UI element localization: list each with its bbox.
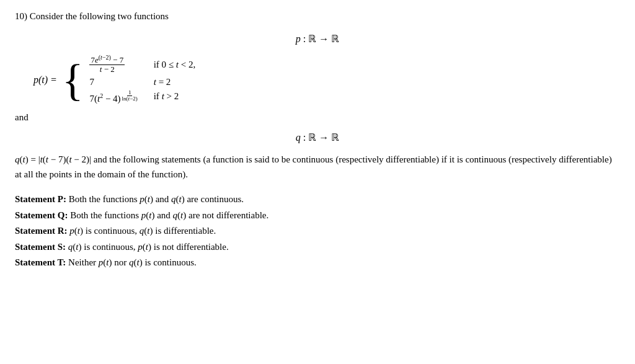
case-cond-2: t = 2 bbox=[154, 77, 196, 87]
statement-q-text: Both the functions p(t) and q(t) are not… bbox=[70, 210, 269, 220]
question-intro: Consider the following two functions bbox=[30, 11, 169, 21]
statement-r-text: p(t) is continuous, q(t) is differentiab… bbox=[69, 226, 216, 236]
statement-r-label: Statement R: bbox=[15, 226, 68, 236]
case-expr-2: 7 bbox=[89, 77, 153, 87]
statements-section: Statement P: Both the functions p(t) and… bbox=[15, 192, 620, 271]
statement-p-text: Both the functions p(t) and q(t) are con… bbox=[69, 194, 244, 204]
q-mapping-formula: q : ℝ → ℝ bbox=[15, 131, 620, 143]
q-mapping-text: q bbox=[296, 132, 301, 143]
statement-q: Statement Q: Both the functions p(t) and… bbox=[15, 208, 620, 224]
cases-table: 7e(t−2) − 7 t − 2 if 0 ≤ t < 2, 7 t = 2 … bbox=[89, 53, 195, 106]
pt-label: p(t) = bbox=[33, 74, 57, 86]
case-cond-3: if t > 2 bbox=[154, 90, 196, 104]
statement-q-label: Statement Q: bbox=[15, 210, 68, 220]
question-number: 10) bbox=[15, 11, 27, 21]
case-expr-1: 7e(t−2) − 7 t − 2 bbox=[89, 56, 153, 74]
statement-p-label: Statement P: bbox=[15, 194, 66, 204]
question-container: 10) Consider the following two functions… bbox=[15, 11, 620, 271]
case-expr-3: 7(t2 − 4)1ln(t−2) bbox=[89, 90, 153, 104]
statement-p: Statement P: Both the functions p(t) and… bbox=[15, 192, 620, 208]
and-word: and bbox=[15, 112, 620, 123]
p-mapping-formula: p : ℝ → ℝ bbox=[15, 33, 620, 45]
piecewise-definition: p(t) = { 7e(t−2) − 7 t − 2 if 0 ≤ t < 2,… bbox=[33, 53, 620, 106]
statement-r: Statement R: p(t) is continuous, q(t) is… bbox=[15, 223, 620, 239]
p-mapping-text: p bbox=[296, 33, 301, 44]
qt-definition: q(t) = |t(t − 7)(t − 2)| and the followi… bbox=[15, 152, 620, 182]
statement-s-label: Statement S: bbox=[15, 242, 66, 252]
statement-t: Statement T: Neither p(t) nor q(t) is co… bbox=[15, 255, 620, 271]
case-row-3: 7(t2 − 4)1ln(t−2) if t > 2 bbox=[89, 90, 195, 104]
case-row-2: 7 t = 2 bbox=[89, 77, 195, 87]
statement-t-text: Neither p(t) nor q(t) is continuous. bbox=[68, 257, 197, 267]
statement-s: Statement S: q(t) is continuous, p(t) is… bbox=[15, 239, 620, 255]
left-brace: { bbox=[62, 58, 84, 102]
statement-t-label: Statement T: bbox=[15, 257, 66, 267]
statement-s-text: q(t) is continuous, p(t) is not differen… bbox=[68, 242, 229, 252]
case-row-1: 7e(t−2) − 7 t − 2 if 0 ≤ t < 2, bbox=[89, 56, 195, 74]
question-header: 10) Consider the following two functions bbox=[15, 11, 620, 22]
case-cond-1: if 0 ≤ t < 2, bbox=[154, 56, 196, 74]
